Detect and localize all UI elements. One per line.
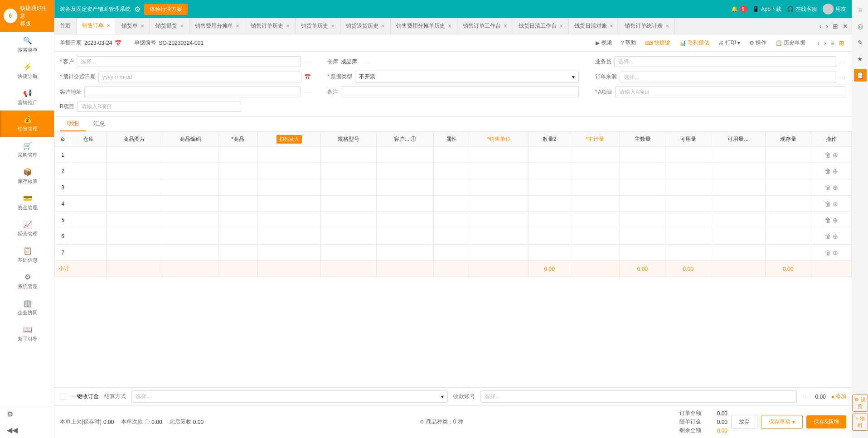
- discard-button[interactable]: 放弃: [731, 415, 757, 429]
- table-cell[interactable]: [434, 179, 469, 196]
- table-cell[interactable]: [71, 179, 107, 196]
- scan-btn[interactable]: 扫码录入: [276, 135, 302, 144]
- row-copy-btn[interactable]: ⊕: [833, 151, 838, 159]
- row-delete-btn[interactable]: 🗑: [824, 151, 831, 159]
- row-copy-btn[interactable]: ⊕: [833, 200, 838, 207]
- table-cell[interactable]: [71, 147, 107, 163]
- table-cell[interactable]: [106, 196, 162, 212]
- tab-0[interactable]: 首页: [54, 18, 77, 34]
- tab-7[interactable]: 销货退货历史✕: [340, 18, 391, 34]
- table-cell[interactable]: [106, 163, 162, 179]
- sidebar-item-10[interactable]: 🏢 企业协同: [0, 294, 54, 321]
- print-btn[interactable]: 🖨 打印 ▾: [716, 38, 743, 48]
- tab-2[interactable]: 销货单✕: [116, 18, 150, 34]
- tab-3[interactable]: 销货退货✕: [150, 18, 189, 34]
- profit-btn[interactable]: 📊 毛利预估: [677, 38, 712, 48]
- save-new-button[interactable]: 保存&新增: [806, 415, 846, 428]
- table-cell[interactable]: [469, 196, 529, 212]
- row-copy-btn[interactable]: ⊕: [833, 233, 838, 240]
- table-cell[interactable]: [529, 163, 570, 179]
- right-panel-btn-3[interactable]: ✎: [854, 36, 867, 49]
- table-cell[interactable]: [711, 163, 766, 179]
- table-cell[interactable]: [570, 245, 620, 261]
- tab-close-9[interactable]: ✕: [504, 24, 507, 29]
- table-cell[interactable]: [162, 147, 218, 163]
- table-cell[interactable]: [765, 196, 811, 212]
- table-cell[interactable]: [765, 212, 811, 228]
- table-cell[interactable]: [106, 147, 162, 163]
- payment-select[interactable]: 选择... ▾: [131, 390, 448, 403]
- table-cell[interactable]: [71, 163, 107, 179]
- table-cell[interactable]: [71, 196, 107, 212]
- sidebar-item-settings[interactable]: ⚙: [0, 406, 54, 422]
- tab-6[interactable]: 销货单历史✕: [296, 18, 340, 34]
- tab-close-5[interactable]: ✕: [286, 24, 290, 29]
- table-cell[interactable]: [377, 163, 434, 179]
- table-cell[interactable]: [218, 196, 257, 212]
- table-cell[interactable]: [711, 212, 766, 228]
- customer-input[interactable]: [77, 56, 301, 67]
- row-delete-btn[interactable]: 🗑: [824, 200, 831, 207]
- tab-close-7[interactable]: ✕: [381, 24, 385, 29]
- table-cell[interactable]: [665, 228, 711, 245]
- table-cell[interactable]: [218, 147, 257, 163]
- table-cell[interactable]: [434, 228, 469, 245]
- table-cell[interactable]: [570, 163, 620, 179]
- table-cell[interactable]: [620, 196, 665, 212]
- calendar-icon[interactable]: 📅: [115, 40, 121, 46]
- float-material-btn[interactable]: + 物料: [852, 414, 868, 431]
- address-input[interactable]: [84, 87, 301, 97]
- table-cell[interactable]: [665, 179, 711, 196]
- table-cell[interactable]: [469, 245, 529, 261]
- expand-btn[interactable]: ⊞: [837, 39, 846, 48]
- order-source-input[interactable]: [620, 72, 836, 82]
- tab-close-3[interactable]: ✕: [180, 24, 184, 29]
- tab-close-10[interactable]: ✕: [559, 24, 563, 29]
- table-cell[interactable]: [469, 163, 529, 179]
- table-cell[interactable]: [377, 179, 434, 196]
- account-select[interactable]: 选择...: [480, 390, 797, 403]
- tab-close-11[interactable]: ✕: [610, 24, 613, 29]
- sidebar-item-2[interactable]: 📢 营销推广: [0, 84, 54, 111]
- right-panel-btn-1[interactable]: ≡: [854, 4, 867, 16]
- table-cell[interactable]: [162, 196, 218, 212]
- staff-input[interactable]: [614, 56, 836, 67]
- table-cell[interactable]: [377, 196, 434, 212]
- list-view-btn[interactable]: ≡: [829, 39, 836, 48]
- row-copy-btn[interactable]: ⊕: [833, 168, 838, 175]
- table-cell[interactable]: [765, 147, 811, 163]
- tab-9[interactable]: 销售订单工作台✕: [457, 18, 513, 34]
- tab-close-1[interactable]: ✕: [107, 23, 110, 28]
- invoice-type-select[interactable]: 不开票 ▾: [355, 71, 579, 83]
- sidebar-item-8[interactable]: 📋 基础信息: [0, 242, 54, 268]
- table-cell[interactable]: [765, 245, 811, 261]
- solution-button[interactable]: 体验行业方案: [144, 4, 188, 15]
- table-cell[interactable]: [665, 196, 711, 212]
- table-cell[interactable]: [218, 228, 257, 245]
- table-cell[interactable]: [711, 196, 766, 212]
- help-btn[interactable]: ? 帮助: [618, 38, 639, 48]
- sidebar-item-7[interactable]: 📈 经营管理: [0, 216, 54, 242]
- table-cell[interactable]: [162, 163, 218, 179]
- table-cell[interactable]: [434, 212, 469, 228]
- table-cell[interactable]: [570, 196, 620, 212]
- table-cell[interactable]: [711, 228, 766, 245]
- settings-icon[interactable]: ⚙: [134, 5, 141, 14]
- sidebar-item-6[interactable]: 💳 资金管理: [0, 189, 54, 216]
- prev-record-btn[interactable]: ‹: [815, 39, 821, 48]
- table-cell[interactable]: [257, 212, 320, 228]
- tab-12[interactable]: 销售订单统计表✕: [619, 18, 675, 34]
- calendar2-icon[interactable]: 📅: [304, 74, 311, 80]
- table-cell[interactable]: [218, 163, 257, 179]
- table-cell[interactable]: [320, 147, 377, 163]
- tab-close-6[interactable]: ✕: [331, 24, 335, 29]
- tab-detail[interactable]: 明细: [60, 117, 86, 131]
- table-cell[interactable]: [377, 228, 434, 245]
- sidebar-item-5[interactable]: 📦 库存核算: [0, 163, 54, 189]
- table-cell[interactable]: [434, 196, 469, 212]
- table-cell[interactable]: [257, 228, 320, 245]
- row-delete-btn[interactable]: 🗑: [824, 249, 831, 256]
- table-cell[interactable]: [620, 163, 665, 179]
- tab-close-12[interactable]: ✕: [665, 24, 669, 29]
- table-cell[interactable]: [320, 196, 377, 212]
